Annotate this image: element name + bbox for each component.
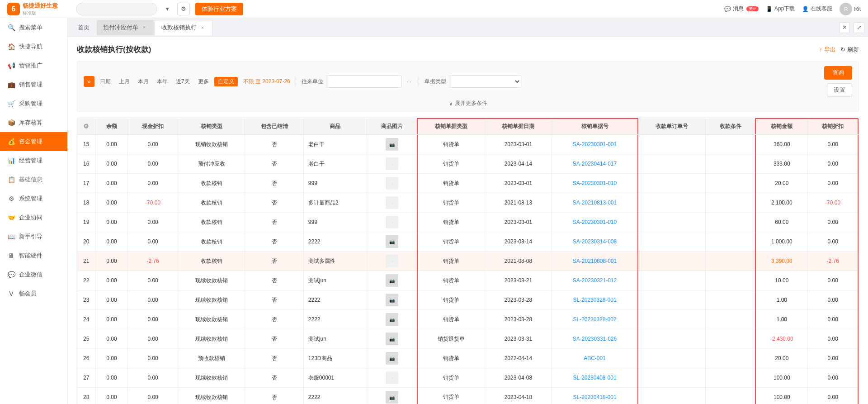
search-dropdown-icon[interactable]: ▾ [163,5,172,14]
sidebar-item-wechat[interactable]: 💬 企业微信 [0,265,67,284]
bill-no-link[interactable]: SA-20230321-012 [573,277,617,284]
bill-no-link[interactable]: SA-20230331-026 [573,336,617,342]
company-more-icon[interactable]: ··· [405,78,414,85]
sidebar-item-purchase[interactable]: 🛒 采购管理 [0,94,67,113]
tab-collect[interactable]: 收款核销执行 × [155,20,212,35]
td-writeoff-amount: 1.00 [755,310,807,329]
sidebar-item-inventory[interactable]: 📦 库存核算 [0,113,67,132]
column-settings-icon[interactable]: ⚙ [83,123,89,130]
industry-solution-button[interactable]: 体验行业方案 [195,3,243,15]
td-writeoff-bill-no: SA-20230301-010 [552,174,638,193]
td-writeoff-bill-no: SL-20230328-001 [552,290,638,310]
sidebar-label-finance: 资金管理 [19,138,42,146]
tab-home-label: 首页 [78,24,90,32]
td-writeoff-discount: 0.00 [808,134,858,154]
tab-collect-close-icon[interactable]: × [199,24,206,31]
user-item[interactable]: R Rit [840,3,861,15]
td-cash-discount: 0.00 [128,290,178,310]
tab-home[interactable]: 首页 [71,20,96,35]
td-include-settled: 否 [245,271,303,290]
td-receipt-condition [705,329,755,349]
td-writeoff-bill-type: 销货单 [417,134,485,154]
td-receipt-order-no [638,271,705,290]
td-goods-image: 📷 [367,329,417,349]
sidebar-item-marketing[interactable]: 📢 营销推广 [0,56,67,75]
date-this-month-btn[interactable]: 本月 [135,77,151,86]
sidebar-item-collab[interactable]: 🤝 企业协同 [0,208,67,227]
td-writeoff-bill-date: 2023-04-18 [485,388,552,404]
td-receipt-order-no [638,310,705,329]
sidebar-item-search[interactable]: 🔍 搜索菜单 [0,18,67,37]
td-no: 16 [77,154,95,174]
bill-no-link[interactable]: SA-20230301-001 [573,141,617,147]
td-no: 20 [77,232,95,252]
tab-prepay-close-icon[interactable]: × [141,24,147,31]
sidebar-label-quick: 快捷导航 [19,43,42,51]
td-writeoff-type: 收款核销 [178,193,245,213]
sidebar-label-basic: 基础信息 [19,176,42,184]
refresh-button[interactable]: ↻ 刷新 [840,46,859,54]
bill-no-link[interactable]: SA-20230301-010 [573,219,617,225]
sidebar-item-basic[interactable]: 📋 基础信息 [0,170,67,189]
bill-no-link[interactable]: ABC-001 [584,355,606,361]
date-custom-btn[interactable]: 自定义 [214,77,238,86]
date-options: 上月 本月 本年 近7天 更多 自定义 [116,77,238,86]
th-settings[interactable]: ⚙ [77,119,95,134]
bill-no-link[interactable]: SA-20230314-008 [573,238,617,245]
td-writeoff-type: 收款核销 [178,252,245,271]
expand-more-btn[interactable]: ∨ 展开更多条件 [84,100,852,107]
bill-no-link[interactable]: SA-20230301-010 [573,180,617,186]
sidebar-item-finance[interactable]: 💰 资金管理 [0,132,67,151]
th-writeoff-amount: 核销金额 [755,119,807,134]
bill-no-link[interactable]: SL-20230408-001 [573,375,616,381]
app-download-item[interactable]: 📱 App下载 [766,5,795,13]
company-input[interactable] [326,75,402,88]
expand-more-label: 展开更多条件 [455,100,487,107]
sidebar-item-quick[interactable]: 🏠 快捷导航 [0,37,67,56]
td-receipt-order-no [638,388,705,404]
date-this-year-btn[interactable]: 本年 [154,77,170,86]
td-no: 17 [77,174,95,193]
date-last-month-btn[interactable]: 上月 [116,77,132,86]
bill-no-link[interactable]: SA-20210813-001 [573,200,617,206]
bill-no-link[interactable]: SL-20230328-002 [573,316,616,323]
sidebar-item-sales[interactable]: 💼 销售管理 [0,75,67,94]
filter-toggle-button[interactable]: » [84,76,94,87]
table-body: 15 0.00 0.00 现销收款核销 否 老白干 📷 销货单 2023-03-… [77,134,858,404]
export-button[interactable]: ↑ 导出 [820,46,836,54]
user-label: Rit [854,6,861,12]
td-writeoff-bill-no: SL-20230418-001 [552,388,638,404]
bill-type-select[interactable] [449,75,521,88]
sidebar-item-system[interactable]: ⚙ 系统管理 [0,189,67,208]
sidebar-item-member[interactable]: V 畅会员 [0,284,67,303]
tab-prepay[interactable]: 预付冲应付单 × [97,20,154,35]
bill-no-link[interactable]: SL-20230328-001 [573,297,616,303]
tab-close-window-icon[interactable]: ✕ [839,22,850,33]
date-7days-btn[interactable]: 近7天 [173,77,193,86]
query-button[interactable]: 查询 [824,66,852,80]
td-writeoff-discount: -2.76 [808,252,858,271]
bill-no-link[interactable]: SA-20210808-001 [573,258,617,264]
td-cash-discount: 0.00 [128,154,178,174]
settings-button[interactable]: 设置 [827,83,852,97]
bill-no-link[interactable]: SL-20230418-001 [573,394,616,400]
message-item[interactable]: 💬 消息 99+ [724,5,759,13]
online-service-item[interactable]: 👤 在线客服 [802,5,832,13]
th-receipt-order-no: 收款单订单号 [638,119,705,134]
td-goods: 测试jun [303,329,367,349]
settings-gear-icon[interactable]: ⚙ [177,3,190,15]
td-writeoff-bill-no: SA-20210808-001 [552,252,638,271]
sidebar-label-sales: 销售管理 [19,81,42,89]
tab-bar-actions: ✕ ⤢ [839,22,864,33]
tab-maximize-icon[interactable]: ⤢ [854,22,864,33]
sidebar-item-operation[interactable]: 📊 经营管理 [0,151,67,170]
company-label: 往来单位 [302,78,323,86]
date-more-btn[interactable]: 更多 [195,77,212,86]
top-search-input[interactable] [76,3,157,15]
table-row: 27 0.00 0.00 现续收款核销 否 衣服00001 - 销货单 2023… [77,368,858,388]
bill-no-link[interactable]: SA-20230414-017 [573,161,617,167]
sidebar-item-hardware[interactable]: 🖥 智能硬件 [0,246,67,265]
sidebar-item-guide[interactable]: 📖 新手引导 [0,227,67,246]
td-writeoff-bill-no: ABC-001 [552,349,638,368]
td-receipt-condition [705,271,755,290]
